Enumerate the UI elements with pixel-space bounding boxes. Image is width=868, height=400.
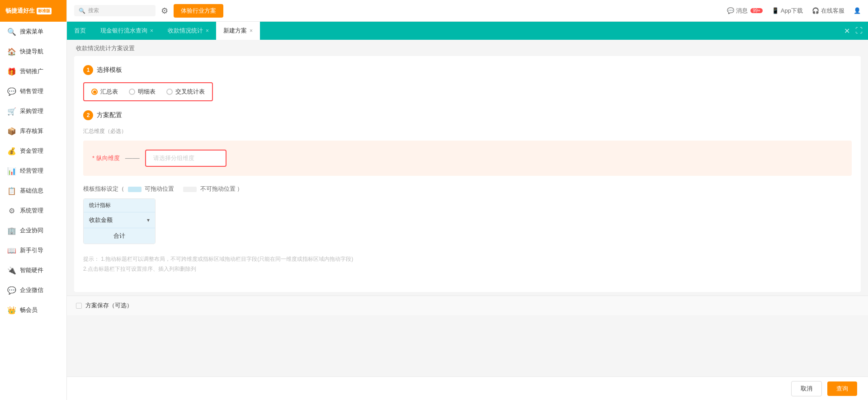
- sidebar-item-basic-info[interactable]: 📋 基础信息: [0, 181, 66, 201]
- message-button[interactable]: 💬 消息 99+: [727, 7, 763, 15]
- step2-number: 2: [83, 110, 93, 120]
- step1-header: 1 选择模板: [83, 65, 852, 75]
- metrics-header: 模板指标设定（ 可拖动位置 不可拖动位置 ）: [83, 185, 852, 193]
- sales-icon: 💬: [7, 87, 16, 96]
- sidebar-item-label: 采购管理: [20, 107, 43, 115]
- service-label: 在线客服: [821, 7, 844, 15]
- dimension-placeholder: 请选择分组维度: [153, 155, 194, 161]
- sidebar-item-search-menu[interactable]: 🔍 搜索菜单: [0, 22, 66, 42]
- sidebar-item-inventory[interactable]: 📦 库存核算: [0, 121, 66, 141]
- sidebar-item-operations[interactable]: 📊 经营管理: [0, 161, 66, 181]
- sidebar-item-purchase[interactable]: 🛒 采购管理: [0, 101, 66, 121]
- operations-icon: 📊: [7, 167, 16, 175]
- sidebar-item-label: 资金管理: [20, 147, 43, 155]
- user-avatar[interactable]: 👤: [854, 7, 861, 14]
- logo-edition: 标准版: [37, 8, 52, 14]
- sidebar-item-label: 企业微信: [20, 286, 43, 294]
- top-header: 🔍 搜索 ⚙ 体验行业方案 💬 消息 99+ 📱 App下载 🎧 在线客服 👤: [67, 0, 868, 22]
- enterprise-collab-icon: 🏢: [7, 226, 16, 235]
- logo-brand: 畅捷通好生: [5, 7, 35, 14]
- sidebar-item-sales[interactable]: 💬 销售管理: [0, 81, 66, 101]
- sidebar-item-label: 搜索菜单: [20, 28, 43, 36]
- search-box[interactable]: 🔍 搜索: [74, 5, 156, 16]
- sidebar-logo: 畅捷通好生 标准版: [0, 0, 66, 22]
- search-icon: 🔍: [79, 8, 85, 14]
- save-checkbox[interactable]: [76, 303, 82, 309]
- tab-receipt-stats[interactable]: 收款情况统计 ×: [160, 22, 216, 40]
- sidebar-item-quick-nav[interactable]: 🏠 快捷导航: [0, 42, 66, 61]
- sidebar-item-member[interactable]: 👑 畅会员: [0, 300, 66, 320]
- action-bar: 取消 查询: [67, 376, 868, 400]
- search-menu-icon: 🔍: [7, 28, 16, 36]
- tab-bank-flow-close[interactable]: ×: [150, 28, 153, 34]
- step1-number: 1: [83, 65, 93, 75]
- metrics-dropdown-icon[interactable]: ▾: [147, 217, 150, 223]
- metrics-header-suffix: ）: [237, 185, 243, 192]
- trial-button[interactable]: 体验行业方案: [174, 4, 223, 18]
- sidebar-item-system[interactable]: ⚙ 系统管理: [0, 201, 66, 221]
- sidebar-item-beginner-guide[interactable]: 📖 新手引导: [0, 240, 66, 260]
- step2-title: 方案配置: [97, 111, 122, 119]
- search-placeholder: 搜索: [88, 7, 99, 14]
- basic-info-icon: 📋: [7, 187, 16, 195]
- online-service-button[interactable]: 🎧 在线客服: [812, 7, 844, 15]
- sidebar-item-enterprise-collab[interactable]: 🏢 企业协同: [0, 221, 66, 240]
- settings-icon[interactable]: ⚙: [161, 6, 168, 16]
- sidebar-item-smart-hardware[interactable]: 🔌 智能硬件: [0, 260, 66, 280]
- radio-summary-label: 汇总表: [100, 88, 118, 96]
- tab-bank-flow-label: 现金银行流水查询: [100, 27, 147, 35]
- radio-summary[interactable]: 汇总表: [91, 88, 118, 96]
- query-button[interactable]: 查询: [827, 381, 857, 396]
- step1-section: 1 选择模板 汇总表 明细表 交叉统计表: [83, 65, 852, 101]
- breadcrumb: 收款情况统计方案设置: [67, 40, 868, 52]
- tab-bank-flow[interactable]: 现金银行流水查询 ×: [93, 22, 160, 40]
- vertical-dimension-label: 纵向维度: [92, 154, 120, 162]
- message-icon: 💬: [727, 7, 734, 14]
- smart-hardware-icon: 🔌: [7, 266, 16, 275]
- service-icon: 🎧: [812, 7, 819, 14]
- tab-new-plan-label: 新建方案: [223, 27, 247, 35]
- marketing-icon: 🎁: [7, 67, 16, 76]
- sidebar-item-finance[interactable]: 💰 资金管理: [0, 141, 66, 161]
- sidebar-item-label: 经营管理: [20, 167, 43, 175]
- dimension-select[interactable]: 请选择分组维度: [145, 150, 226, 167]
- radio-detail[interactable]: 明细表: [129, 88, 156, 96]
- cancel-button[interactable]: 取消: [791, 381, 822, 396]
- sidebar-item-label: 系统管理: [20, 207, 43, 215]
- radio-cross-circle: [166, 89, 173, 95]
- tab-maximize-icon[interactable]: ⛶: [855, 27, 863, 35]
- legend-draggable-label: 可拖动位置: [145, 185, 174, 192]
- sidebar-item-enterprise-wechat[interactable]: 💬 企业微信: [0, 280, 66, 300]
- tab-new-plan-close[interactable]: ×: [250, 28, 253, 34]
- metrics-header-text: 模板指标设定（: [83, 185, 124, 192]
- template-options: 汇总表 明细表 交叉统计表: [83, 82, 213, 101]
- sidebar-item-marketing[interactable]: 🎁 营销推广: [0, 61, 66, 81]
- inventory-icon: 📦: [7, 127, 16, 136]
- dimension-area: 纵向维度 —— 请选择分组维度: [83, 141, 852, 176]
- sidebar-item-label: 库存核算: [20, 127, 43, 135]
- metrics-item-amount[interactable]: 收款金额 ▾: [84, 212, 155, 228]
- tab-receipt-stats-close[interactable]: ×: [206, 28, 209, 34]
- radio-cross[interactable]: 交叉统计表: [166, 88, 205, 96]
- tips-section: 提示： 1.拖动标题栏可以调整布局，不可跨维度或指标区域拖动栏目字段(只能在同一…: [83, 254, 852, 274]
- save-option-section: 方案保存（可选）: [67, 296, 868, 315]
- tab-home[interactable]: 首页: [67, 22, 93, 40]
- app-download-icon: 📱: [772, 7, 779, 14]
- enterprise-wechat-icon: 💬: [7, 286, 16, 295]
- message-badge: 99+: [750, 8, 763, 13]
- step2-section: 2 方案配置 汇总维度（必选） 纵向维度 —— 请选择分组维度: [83, 110, 852, 274]
- metrics-subtotal: 合计: [84, 228, 155, 244]
- tab-close-all-icon[interactable]: ✕: [844, 27, 850, 35]
- radio-cross-label: 交叉统计表: [175, 88, 205, 96]
- app-download-button[interactable]: 📱 App下载: [772, 7, 803, 15]
- tab-receipt-stats-label: 收款情况统计: [168, 27, 203, 35]
- content-area: 收款情况统计方案设置 1 选择模板 汇总表 明细表: [67, 40, 868, 400]
- dimension-row: 纵向维度 —— 请选择分组维度: [92, 150, 843, 167]
- tab-bar-right: ✕ ⛶: [844, 27, 868, 35]
- message-label: 消息: [736, 7, 748, 15]
- tip-1: 提示： 1.拖动标题栏可以调整布局，不可跨维度或指标区域拖动栏目字段(只能在同一…: [83, 254, 852, 264]
- sidebar-item-label: 快捷导航: [20, 47, 43, 56]
- sidebar-item-label: 企业协同: [20, 226, 43, 235]
- tab-new-plan[interactable]: 新建方案 ×: [216, 22, 260, 40]
- radio-summary-circle: [91, 89, 98, 95]
